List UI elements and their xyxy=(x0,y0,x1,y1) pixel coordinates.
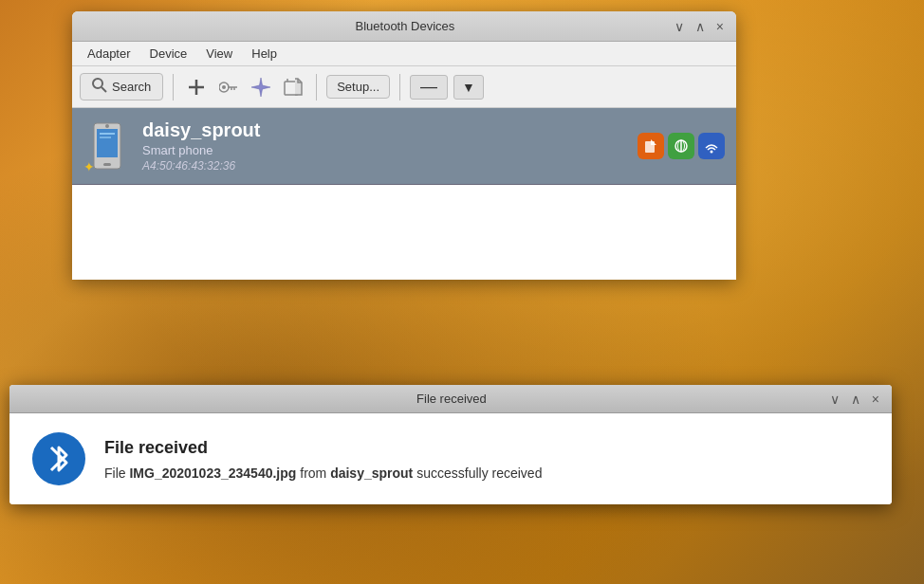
window-title: Bluetooth Devices xyxy=(139,19,672,33)
filename-text: IMG_20201023_234540.jpg xyxy=(129,465,296,481)
search-label: Search xyxy=(112,80,151,94)
file-received-dialog: File received ∨ ∧ × File received File I… xyxy=(9,385,892,504)
toolbar: Search xyxy=(72,66,736,108)
dropdown-arrow-icon: ▼ xyxy=(462,80,475,95)
trusted-badge: ✦ xyxy=(83,159,95,174)
setup-button[interactable]: Setup... xyxy=(326,75,390,99)
dialog-content: File received File IMG_20201023_234540.j… xyxy=(9,413,892,504)
device-name-text: daisy_sprout xyxy=(330,465,413,481)
device-actions xyxy=(638,133,725,159)
search-icon xyxy=(92,78,107,96)
phone-icon xyxy=(90,121,124,171)
svg-point-15 xyxy=(105,124,109,128)
toolbar-separator-2 xyxy=(316,74,317,100)
message-middle: from xyxy=(296,465,330,481)
toolbar-separator-3 xyxy=(399,74,400,100)
menu-adapter[interactable]: Adapter xyxy=(78,44,140,64)
dialog-minimize-button[interactable]: ∨ xyxy=(827,392,842,407)
message-suffix: successfully received xyxy=(413,465,542,481)
wizard-button[interactable] xyxy=(248,74,274,100)
setup-label: Setup... xyxy=(337,80,379,94)
send-file-button[interactable] xyxy=(280,74,306,100)
device-mac: A4:50:46:43:32:36 xyxy=(142,159,626,173)
toolbar-separator-1 xyxy=(173,74,174,100)
menubar: Adapter Device View Help xyxy=(72,42,736,66)
collapse-button[interactable]: — xyxy=(410,75,448,100)
close-button[interactable]: × xyxy=(713,19,727,34)
minimize-button[interactable]: ∨ xyxy=(672,19,687,34)
svg-marker-9 xyxy=(251,78,270,97)
dialog-controls: ∨ ∧ × xyxy=(827,392,882,407)
device-name: daisy_sprout xyxy=(142,119,626,141)
window-titlebar: Bluetooth Devices ∨ ∧ × xyxy=(72,11,736,42)
device-info: daisy_sprout Smart phone A4:50:46:43:32:… xyxy=(142,119,626,173)
device-list-empty xyxy=(72,185,736,280)
device-item[interactable]: ✦ daisy_sprout Smart phone A4:50:46:43:3… xyxy=(72,108,736,185)
bluetooth-icon xyxy=(45,438,73,480)
svg-marker-19 xyxy=(651,139,656,145)
svg-point-0 xyxy=(93,79,102,88)
network-action[interactable] xyxy=(698,133,725,159)
dialog-close-button[interactable]: × xyxy=(869,392,882,407)
svg-rect-17 xyxy=(100,137,111,138)
bluetooth-logo xyxy=(32,432,85,485)
svg-point-23 xyxy=(711,151,713,154)
send-files-action[interactable] xyxy=(638,133,664,159)
svg-rect-16 xyxy=(100,133,115,135)
svg-line-1 xyxy=(102,87,106,92)
menu-view[interactable]: View xyxy=(196,44,242,64)
device-type: Smart phone xyxy=(142,143,626,157)
dialog-maximize-button[interactable]: ∧ xyxy=(848,392,863,407)
dialog-body-text: File IMG_20201023_234540.jpg from daisy_… xyxy=(104,465,869,481)
menu-help[interactable]: Help xyxy=(242,44,286,64)
dialog-title: File received xyxy=(76,392,827,406)
maximize-button[interactable]: ∧ xyxy=(693,19,708,34)
more-options-button[interactable]: ▼ xyxy=(453,75,484,100)
dialog-heading: File received xyxy=(104,438,869,458)
bluetooth-devices-window: Bluetooth Devices ∨ ∧ × Adapter Device V… xyxy=(72,11,736,280)
dialog-text-area: File received File IMG_20201023_234540.j… xyxy=(104,438,869,481)
dialog-titlebar: File received ∨ ∧ × xyxy=(9,385,892,413)
window-controls: ∨ ∧ × xyxy=(672,19,727,34)
message-prefix: File xyxy=(104,465,129,481)
svg-rect-14 xyxy=(103,163,111,166)
pair-key-button[interactable] xyxy=(215,74,242,100)
desktop: Bluetooth Devices ∨ ∧ × Adapter Device V… xyxy=(0,0,924,584)
browse-action[interactable] xyxy=(668,133,694,159)
menu-device[interactable]: Device xyxy=(140,44,197,64)
device-list: ✦ daisy_sprout Smart phone A4:50:46:43:3… xyxy=(72,108,736,280)
add-device-button[interactable] xyxy=(183,74,210,100)
minus-icon: — xyxy=(420,77,437,97)
device-icon-area: ✦ xyxy=(83,118,131,174)
search-button[interactable]: Search xyxy=(80,73,163,100)
svg-point-5 xyxy=(222,85,226,89)
